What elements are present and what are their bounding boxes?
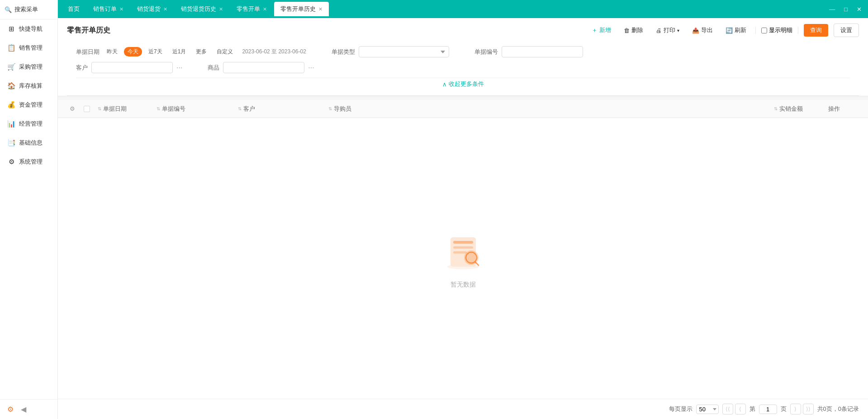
sidebar-menu: ⊞ 快捷导航 📋 销售管理 🛒 采购管理 🏠 库存核算 💰 资金管理 📊 经营管… [0,19,57,399]
tab-retail-open-close[interactable]: ✕ [263,6,267,12]
tab-sales-return-history-label: 销货退货历史 [181,5,216,13]
col-header-customer[interactable]: ⇅ 客户 [234,105,325,113]
first-page-btn[interactable]: ⟨⟨ [722,404,733,414]
filter-area: 单据日期 昨天 今天 近7天 近1月 更多 自定义 2023-06-02 至 2… [67,41,859,96]
tab-retail-open-label: 零售开单 [237,5,260,13]
toolbar-divider [755,27,756,34]
tab-home[interactable]: 首页 [62,2,86,16]
collapse-filter-btn[interactable]: ∧ 收起更多条件 [76,78,850,90]
print-button[interactable]: 🖨 打印 ▾ [652,24,683,36]
collapse-icon: ∧ [442,81,447,88]
main-area: 首页 销售订单 ✕ 销货退货 ✕ 销货退货历史 ✕ 零售开单 ✕ 零售开单历史 … [58,0,868,419]
col-header-date[interactable]: ⇅ 单据日期 [94,105,153,113]
close-btn[interactable]: ✕ [854,6,864,13]
type-filter-label: 单据类型 [332,48,355,56]
date-btn-yesterday[interactable]: 昨天 [103,47,121,56]
tab-sales-order-label: 销售订单 [93,5,117,13]
export-button[interactable]: 📤 导出 [688,24,716,36]
date-btn-custom[interactable]: 自定义 [213,47,237,56]
tab-retail-open-history[interactable]: 零售开单历史 ✕ [274,2,329,16]
date-btn-more[interactable]: 更多 [192,47,210,56]
settings-bottom-icon[interactable]: ⚙ [7,405,14,414]
quick-nav-icon: ⊞ [7,25,15,33]
print-icon: 🖨 [656,27,662,34]
page-word: 第 [749,405,755,413]
col-customer-label: 客户 [243,105,255,113]
sidebar-item-sys-mgmt[interactable]: ⚙ 系统管理 [0,152,57,171]
customer-filter-label: 客户 [76,64,88,72]
sidebar-item-quick-nav[interactable]: ⊞ 快捷导航 [0,19,57,38]
finance-icon: 💰 [7,101,15,109]
sort-icon: ⇅ [328,106,332,111]
page-title-bar: 零售开单历史 ＋ 新增 🗑 删除 🖨 打印 ▾ [67,24,859,41]
display-detail-toggle[interactable]: 显示明细 [761,26,792,34]
col-header-guide[interactable]: ⇅ 导购员 [325,105,379,113]
date-btn-7days[interactable]: 近7天 [145,47,166,56]
sidebar-item-sales-mgmt[interactable]: 📋 销售管理 [0,38,57,57]
type-select[interactable] [359,46,449,57]
date-btn-today[interactable]: 今天 [124,47,142,56]
add-button[interactable]: ＋ 新增 [588,24,615,36]
sidebar-search[interactable]: 🔍 搜索采单 [0,0,57,19]
col-header-number[interactable]: ⇅ 单据编号 [153,105,234,113]
toolbar-divider2 [798,27,798,34]
customer-picker-icon[interactable]: ··· [176,64,182,72]
query-label: 查询 [810,26,822,34]
tab-retail-open[interactable]: 零售开单 ✕ [230,2,273,16]
display-detail-checkbox[interactable] [761,28,767,33]
page-number-input[interactable] [759,405,777,414]
basic-info-icon: 📑 [7,139,15,147]
customer-input[interactable] [91,62,173,73]
query-button[interactable]: 查询 [804,24,828,37]
sidebar-item-purchase-mgmt[interactable]: 🛒 采购管理 [0,57,57,76]
col-action-label: 操作 [828,105,840,113]
table-area: ⚙ ⇅ 单据日期 ⇅ 单据编号 ⇅ 客户 ⇅ 导购员 [58,100,868,419]
sidebar-search-label: 搜索采单 [14,5,38,14]
col-number-label: 单据编号 [162,105,185,113]
minimize-btn[interactable]: — [826,6,838,13]
collapse-sidebar-icon[interactable]: ◀ [21,405,26,414]
sidebar-item-label: 基础信息 [19,139,43,147]
tab-sales-order-close[interactable]: ✕ [119,6,123,12]
sidebar-item-finance[interactable]: 💰 资金管理 [0,95,57,114]
tab-sales-return-history[interactable]: 销货退货历史 ✕ [175,2,229,16]
settings-button[interactable]: 设置 [834,24,859,37]
number-input[interactable] [502,46,583,57]
sidebar-item-basic-info[interactable]: 📑 基础信息 [0,133,57,152]
add-label: 新增 [599,26,611,34]
empty-text: 暂无数据 [451,281,476,289]
tab-sales-order[interactable]: 销售订单 ✕ [87,2,130,16]
maximize-btn[interactable]: □ [841,6,850,13]
table-select-all[interactable] [80,106,94,112]
delete-button[interactable]: 🗑 删除 [620,24,647,36]
date-range-text: 2023-06-02 至 2023-06-02 [242,48,306,56]
date-btn-1month[interactable]: 近1月 [169,47,190,56]
sidebar-item-operations[interactable]: 📊 经营管理 [0,114,57,133]
search-icon: 🔍 [5,6,12,13]
last-page-btn[interactable]: ⟩⟩ [803,404,814,414]
next-page-btn[interactable]: ⟩ [790,404,801,414]
tab-sales-return-history-close[interactable]: ✕ [219,6,223,12]
sidebar-item-inventory[interactable]: 🏠 库存核算 [0,76,57,95]
select-all-checkbox[interactable] [84,106,90,112]
sidebar-item-label: 销售管理 [19,44,43,52]
sort-icon: ⇅ [157,106,160,111]
sidebar: 🔍 搜索采单 ⊞ 快捷导航 📋 销售管理 🛒 采购管理 🏠 库存核算 💰 资金管… [0,0,58,419]
product-input[interactable] [223,62,304,73]
delete-label: 删除 [631,26,643,34]
export-label: 导出 [701,26,713,34]
product-picker-icon[interactable]: ··· [308,64,314,72]
tab-retail-open-history-close[interactable]: ✕ [318,6,323,12]
tab-home-label: 首页 [68,5,80,13]
col-header-amount[interactable]: ⇅ 实销金额 [770,105,825,113]
refresh-button[interactable]: 🔄 刷新 [722,24,750,36]
filter-number: 单据编号 [474,46,583,57]
table-settings-icon[interactable]: ⚙ [65,105,80,112]
svg-rect-2 [453,241,473,244]
sidebar-item-label: 经营管理 [19,120,43,128]
filter-row-2: 客户 ··· 商品 ··· [76,62,850,73]
tab-sales-return-close[interactable]: ✕ [163,6,167,12]
page-size-select[interactable]: 50 10 20 100 [696,405,719,414]
prev-page-btn[interactable]: ⟨ [735,404,746,414]
tab-sales-return[interactable]: 销货退货 ✕ [131,2,174,16]
